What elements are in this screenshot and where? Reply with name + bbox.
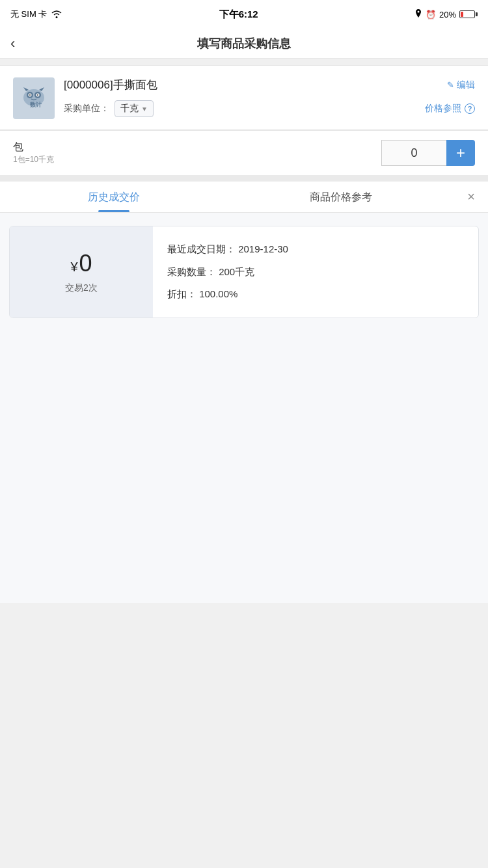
price-ref-label: 价格参照 <box>425 103 461 115</box>
status-right: ⏰ 20% <box>414 9 478 20</box>
price-card: ¥ 0 交易2次 最近成交日期： 2019-12-30 采购数量： 200千克 … <box>9 226 479 318</box>
discount-value: 100.00% <box>199 288 237 299</box>
discount-label: 折扣： <box>167 288 197 299</box>
discount-row: 折扣： 100.00% <box>167 287 464 302</box>
quantity-label: 采购数量： <box>167 266 216 277</box>
price-amount: 0 <box>79 250 92 277</box>
quantity-row: 包 1包=10千克 + <box>0 130 488 175</box>
svg-point-6 <box>37 94 38 96</box>
no-sim-text: 无 SIM 卡 <box>10 8 47 20</box>
status-bar: 无 SIM 卡 下午6:12 ⏰ 20% <box>0 0 488 29</box>
svg-text:数计: 数计 <box>29 102 42 108</box>
tab-bar: 历史成交价 商品价格参考 × <box>0 182 488 213</box>
chevron-down-icon: ▼ <box>141 105 148 113</box>
help-icon: ? <box>465 103 475 114</box>
quantity-unit-name: 包 <box>13 141 381 154</box>
section-divider <box>0 175 488 182</box>
unit-label: 采购单位： <box>64 103 109 115</box>
unit-value: 千克 <box>120 103 139 115</box>
purchase-quantity-row: 采购数量： 200千克 <box>167 265 464 280</box>
tab-history-price[interactable]: 历史成交价 <box>0 182 227 212</box>
content-area: ¥ 0 交易2次 最近成交日期： 2019-12-30 采购数量： 200千克 … <box>0 213 488 603</box>
page-title: 填写商品采购信息 <box>197 36 291 51</box>
wifi-icon <box>51 9 62 20</box>
price-card-left: ¥ 0 交易2次 <box>10 226 153 318</box>
edit-label: 编辑 <box>457 79 475 91</box>
tab-product-price-ref[interactable]: 商品价格参考 <box>227 182 454 212</box>
product-info: [0000006]手撕面包 ✎ 编辑 采购单位： 千克 ▼ 价格参照 <box>64 77 475 117</box>
edit-icon: ✎ <box>447 80 454 90</box>
page-header: ‹ 填写商品采购信息 <box>0 29 488 59</box>
quantity-input-block: + <box>381 140 475 166</box>
status-time: 下午6:12 <box>219 8 258 21</box>
product-name: [0000006]手撕面包 <box>64 77 157 92</box>
product-image: 数计 <box>13 77 55 119</box>
quantity-plus-button[interactable]: + <box>446 140 475 166</box>
price-main: ¥ 0 <box>70 250 92 277</box>
unit-select[interactable]: 千克 ▼ <box>115 100 154 117</box>
price-card-right: 最近成交日期： 2019-12-30 采购数量： 200千克 折扣： 100.0… <box>153 226 478 318</box>
price-currency: ¥ <box>70 260 77 275</box>
status-left: 无 SIM 卡 <box>10 8 62 20</box>
alarm-icon: ⏰ <box>426 10 436 20</box>
price-ref-button[interactable]: 价格参照 ? <box>425 103 475 115</box>
price-trades: 交易2次 <box>65 282 98 294</box>
edit-button[interactable]: ✎ 编辑 <box>447 79 475 91</box>
quantity-unit-equiv: 1包=10千克 <box>13 154 381 165</box>
battery-icon <box>459 10 478 18</box>
product-card: 数计 [0000006]手撕面包 ✎ 编辑 采购单位： 千克 ▼ <box>0 65 488 130</box>
recent-date-value: 2019-12-30 <box>238 243 288 254</box>
recent-date-label: 最近成交日期： <box>167 243 236 254</box>
product-logo: 数计 <box>18 83 49 113</box>
quantity-value: 200千克 <box>219 266 254 277</box>
tab-close-button[interactable]: × <box>454 189 488 204</box>
back-button[interactable]: ‹ <box>10 35 15 52</box>
battery-percent: 20% <box>439 10 456 20</box>
location-icon <box>414 9 422 20</box>
tab-active-indicator <box>98 210 129 212</box>
recent-date-row: 最近成交日期： 2019-12-30 <box>167 242 464 257</box>
svg-point-5 <box>29 94 31 96</box>
quantity-input[interactable] <box>381 140 446 166</box>
